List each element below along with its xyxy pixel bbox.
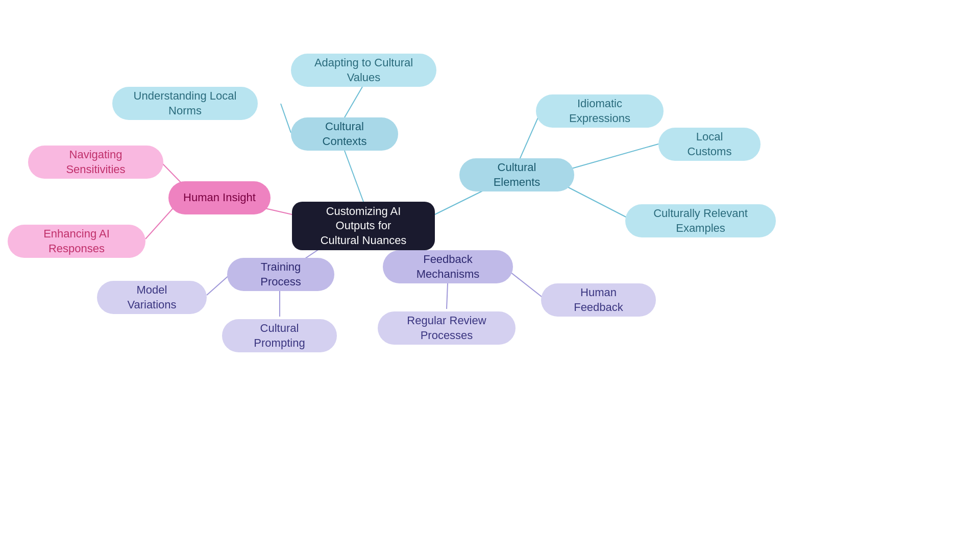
- feedback-mechanisms-label: Feedback Mechanisms: [397, 252, 499, 281]
- cultural-prompting-node: Cultural Prompting: [222, 319, 337, 352]
- cultural-contexts-label: Cultural Contexts: [305, 119, 384, 149]
- svg-line-6: [561, 184, 633, 221]
- center-label: Customizing AI Outputs for Cultural Nuan…: [306, 204, 421, 248]
- understanding-label: Understanding Local Norms: [127, 89, 243, 118]
- svg-line-8: [161, 162, 181, 183]
- adapting-label: Adapting to Cultural Values: [305, 56, 422, 85]
- cultural-prompting-label: Cultural Prompting: [236, 321, 323, 350]
- idiomatic-expressions-node: Idiomatic Expressions: [536, 94, 664, 128]
- svg-line-14: [510, 272, 546, 300]
- svg-line-1: [345, 87, 362, 117]
- cultural-contexts-node: Cultural Contexts: [291, 117, 398, 151]
- adapting-cultural-values-node: Adapting to Cultural Values: [291, 54, 436, 87]
- svg-line-11: [207, 275, 230, 295]
- model-variations-label: Model Variations: [111, 283, 192, 312]
- enhancing-label: Enhancing AI Responses: [22, 227, 131, 256]
- svg-line-5: [572, 144, 658, 169]
- svg-line-0: [345, 151, 363, 202]
- center-node: Customizing AI Outputs for Cultural Nuan…: [292, 202, 435, 250]
- svg-line-15: [447, 283, 448, 309]
- human-insight-node: Human Insight: [168, 181, 271, 214]
- culturally-relevant-label: Culturally Relevant Examples: [640, 206, 762, 235]
- navigating-label: Navigating Sensitivities: [42, 148, 149, 177]
- local-customs-label: Local Customs: [673, 130, 746, 159]
- local-customs-node: Local Customs: [658, 128, 761, 161]
- training-label: Training Process: [241, 260, 320, 289]
- regular-review-label: Regular Review Processes: [392, 314, 501, 343]
- cultural-elements-label: Cultural Elements: [474, 160, 560, 189]
- culturally-relevant-examples-node: Culturally Relevant Examples: [625, 204, 776, 237]
- cultural-elements-node: Cultural Elements: [459, 158, 574, 191]
- human-feedback-label: Human Feedback: [555, 285, 642, 315]
- training-process-node: Training Process: [227, 258, 334, 291]
- human-insight-label: Human Insight: [183, 190, 256, 205]
- model-variations-node: Model Variations: [97, 281, 207, 314]
- svg-line-2: [281, 104, 291, 133]
- regular-review-processes-node: Regular Review Processes: [378, 311, 516, 345]
- idiomatic-label: Idiomatic Expressions: [550, 97, 649, 126]
- feedback-mechanisms-node: Feedback Mechanisms: [383, 250, 513, 283]
- human-feedback-node: Human Feedback: [541, 283, 656, 317]
- navigating-sensitivities-node: Navigating Sensitivities: [28, 146, 163, 179]
- enhancing-ai-responses-node: Enhancing AI Responses: [8, 225, 145, 258]
- understanding-local-norms-node: Understanding Local Norms: [112, 87, 258, 120]
